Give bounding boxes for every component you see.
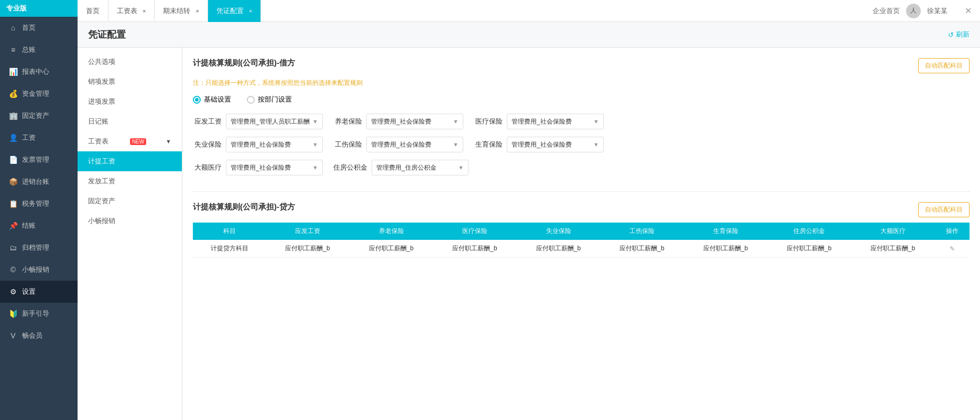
left-nav-pay-salary[interactable]: 发放工资 [78,171,182,191]
left-nav-calculate-salary-label: 计提工资 [88,157,115,166]
sidebar-item-home-label: 首页 [22,23,36,32]
sidebar-item-ledger[interactable]: ≡ 总账 [0,39,78,61]
left-nav-fixed-assets[interactable]: 固定资产 [78,191,182,211]
debit-form-row-1: 应发工资 管理费用_管理人员职工薪酬 ▼ 养老保险 管理费用_社会保险费 ▼ [193,114,970,129]
topbar: 首页 工资表 × 期末结转 × 凭证配置 × 企业首页 人 徐某某 ✕ [78,0,980,22]
sidebar-item-reports[interactable]: 📊 报表中心 [0,61,78,83]
sidebar-item-closing-label: 结账 [22,221,36,230]
sidebar: 专业版 ⌂ 首页 ≡ 总账 📊 报表中心 💰 资金管理 🏢 固定资产 👤 工资 … [0,0,78,420]
th-work-injury: 工伤保险 [600,223,684,240]
major-medical-select-arrow: ▼ [312,164,318,171]
tab-voucher-config[interactable]: 凭证配置 × [208,0,261,22]
sidebar-item-salary[interactable]: 👤 工资 [0,127,78,149]
td-major-medical-val: 应付职工薪酬_b [851,240,935,258]
sidebar-item-archive-label: 归档管理 [22,243,49,252]
sidebar-item-closing[interactable]: 📌 结账 [0,215,78,237]
maternity-label: 生育保险 [474,140,503,149]
tab-home[interactable]: 首页 [78,0,108,22]
left-nav-fixed-assets-label: 固定资产 [88,196,115,206]
sidebar-item-salary-label: 工资 [22,133,36,142]
left-nav-red-invoice[interactable]: 销项发票 [78,72,182,92]
tab-salary-table[interactable]: 工资表 × [108,0,155,22]
sidebar-item-funds[interactable]: 💰 资金管理 [0,83,78,105]
pension-select-value: 管理费用_社会保险费 [371,117,431,126]
td-edit-op[interactable]: ✎ [934,240,970,258]
major-medical-select-value: 管理费用_社会保险费 [231,163,291,172]
sidebar-item-xiaochang[interactable]: © 小畅报销 [0,259,78,281]
td-salary-val: 应付职工薪酬_b [266,240,350,258]
page-close-button[interactable]: ✕ [960,3,976,19]
page-header: 凭证配置 ↺ 刷新 [78,22,980,48]
page-title: 凭证配置 [88,28,126,41]
field-housing-fund: 住房公积金 管理费用_住房公积金 ▼ [333,160,469,175]
major-medical-select[interactable]: 管理费用_社会保险费 ▼ [226,160,323,175]
salary-select[interactable]: 管理费用_管理人员职工薪酬 ▼ [226,114,323,129]
salary-icon: 👤 [8,134,18,142]
tab-voucher-close-icon[interactable]: × [249,8,252,14]
tab-period-close-icon[interactable]: × [195,8,199,14]
housing-fund-select[interactable]: 管理费用_住房公积金 ▼ [372,160,469,175]
work-injury-select[interactable]: 管理费用_社会保险费 ▼ [366,137,463,152]
unemployment-label: 失业保险 [193,140,222,149]
radio-basic-circle [193,96,201,104]
debit-auto-match-button[interactable]: 自动匹配科目 [918,58,970,73]
td-unemployment-val: 应付职工薪酬_b [517,240,601,258]
unemployment-select-value: 管理费用_社会保险费 [231,140,291,149]
td-subject: 计提贷方科目 [193,240,266,258]
sidebar-item-home[interactable]: ⌂ 首页 [0,17,78,39]
sidebar-item-purchase[interactable]: 📦 进销台账 [0,171,78,193]
left-nav-public[interactable]: 公共选项 [78,52,182,72]
left-nav-journal[interactable]: 日记账 [78,112,182,131]
reports-icon: 📊 [8,68,18,76]
radio-basic[interactable]: 基础设置 [193,95,231,104]
closing-icon: 📌 [8,222,18,230]
housing-fund-label: 住房公积金 [333,163,367,172]
tax-icon: 📋 [8,200,18,208]
sidebar-item-invoices[interactable]: 📄 发票管理 [0,149,78,171]
td-work-injury-val: 应付职工薪酬_b [600,240,684,258]
left-nav-salary-table[interactable]: 工资表 NEW ▼ [78,131,182,151]
pension-select-arrow: ▼ [453,118,459,125]
sidebar-item-guide[interactable]: 🔰 新手引导 [0,303,78,325]
sidebar-item-xiaochang-label: 小畅报销 [22,265,49,274]
radio-dept[interactable]: 按部门设置 [247,95,292,104]
refresh-icon: ↺ [948,31,954,39]
field-unemployment: 失业保险 管理费用_社会保险费 ▼ [193,137,323,152]
credit-section: 计提核算规则(公司承担)-贷方 自动匹配科目 科目 应发工资 养老保险 医疗保险… [193,202,970,258]
sidebar-item-assets[interactable]: 🏢 固定资产 [0,105,78,127]
debit-section-note: 注：只能选择一种方式，系统将按照您当前的选择来配置规则 [193,79,970,87]
sidebar-item-invoices-label: 发票管理 [22,155,49,164]
unemployment-select[interactable]: 管理费用_社会保险费 ▼ [226,137,323,152]
xiaochang-icon: © [8,266,18,274]
section-divider [193,191,970,192]
left-nav-salary-table-label: 工资表 [88,137,108,146]
enterprise-home-link[interactable]: 企业首页 [873,6,900,16]
sidebar-item-archive[interactable]: 🗂 归档管理 [0,237,78,259]
left-nav-xiaochang-expense[interactable]: 小畅报销 [78,211,182,231]
edit-icon[interactable]: ✎ [950,245,955,252]
left-nav-input-invoice[interactable]: 进项发票 [78,92,182,112]
sidebar-item-settings[interactable]: ⚙ 设置 [0,281,78,303]
left-nav-calculate-salary[interactable]: 计提工资 [78,151,182,171]
field-pension: 养老保险 管理费用_社会保险费 ▼ [333,114,463,129]
maternity-select[interactable]: 管理费用_社会保险费 ▼ [507,137,604,152]
settings-icon: ⚙ [8,288,18,296]
medical-select-arrow: ▼ [593,118,599,125]
td-pension-val: 应付职工薪酬_b [350,240,433,258]
th-subject: 科目 [193,223,266,240]
sidebar-item-tax[interactable]: 📋 税务管理 [0,193,78,215]
right-content: 计提核算规则(公司承担)-借方 自动匹配科目 注：只能选择一种方式，系统将按照您… [182,48,980,420]
medical-select[interactable]: 管理费用_社会保险费 ▼ [507,114,604,129]
guide-icon: 🔰 [8,310,18,318]
assets-icon: 🏢 [8,112,18,120]
debit-form-row-3: 大额医疗 管理费用_社会保险费 ▼ 住房公积金 管理费用_住房公积金 ▼ [193,160,970,175]
sidebar-item-member[interactable]: V 畅会员 [0,325,78,347]
debit-section: 计提核算规则(公司承担)-借方 自动匹配科目 注：只能选择一种方式，系统将按照您… [193,58,970,175]
tab-salary-close-icon[interactable]: × [143,8,146,14]
refresh-button[interactable]: ↺ 刷新 [948,30,970,39]
table-header-row: 科目 应发工资 养老保险 医疗保险 失业保险 工伤保险 生育保险 住房公积金 大… [193,223,970,240]
pension-select[interactable]: 管理费用_社会保险费 ▼ [366,114,463,129]
left-nav-journal-label: 日记账 [88,117,108,126]
tab-period-close[interactable]: 期末结转 × [155,0,208,22]
credit-auto-match-button[interactable]: 自动匹配科目 [918,202,970,217]
